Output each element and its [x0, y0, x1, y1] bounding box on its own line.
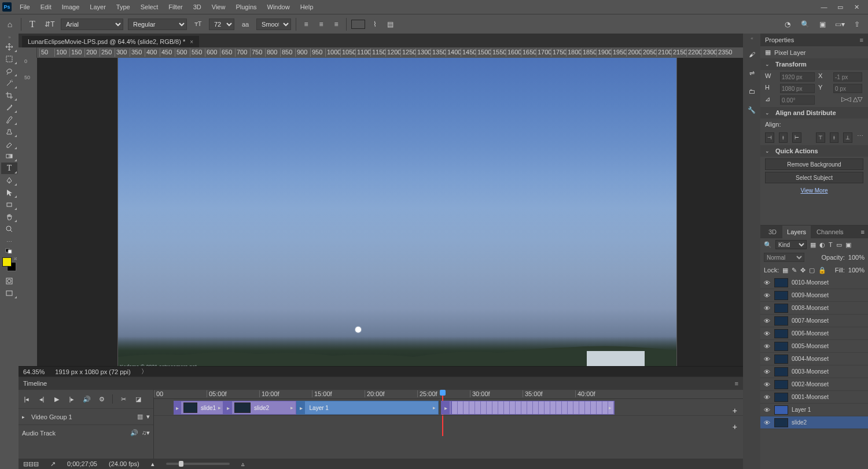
- timeline-menu-icon[interactable]: ≡: [735, 380, 738, 387]
- transform-y[interactable]: [833, 84, 862, 93]
- video-group-row[interactable]: ▸ Video Group 1 ▥▾: [19, 408, 153, 424]
- layer-item[interactable]: 👁0010-Moonset: [760, 276, 868, 289]
- workspace-icon[interactable]: ▭▾: [834, 19, 845, 29]
- layer-filter-select[interactable]: Kind: [775, 240, 807, 249]
- type-tool-icon[interactable]: T: [1, 163, 17, 174]
- transform-width[interactable]: [780, 72, 815, 82]
- default-colors-icon[interactable]: [1, 248, 17, 254]
- menu-view[interactable]: View: [207, 0, 230, 14]
- layers-menu-icon[interactable]: ≡: [861, 228, 868, 235]
- marquee-tool-icon[interactable]: [1, 53, 17, 65]
- timeline-ruler[interactable]: 0005:00f10:00f15:00f20:00f25:00f30:00f35…: [154, 390, 743, 399]
- layer-item[interactable]: 👁Layer 1: [760, 404, 868, 416]
- prev-frame-icon[interactable]: ◂|: [37, 394, 46, 404]
- layer-item[interactable]: 👁0002-Moonset: [760, 378, 868, 391]
- visibility-icon[interactable]: 👁: [763, 419, 771, 426]
- tab-layers[interactable]: Layers: [782, 226, 811, 238]
- align-right-icon[interactable]: ≡: [331, 19, 341, 29]
- warp-text-icon[interactable]: ⌇: [370, 19, 380, 29]
- visibility-icon[interactable]: 👁: [763, 343, 771, 350]
- visibility-icon[interactable]: 👁: [763, 292, 771, 299]
- split-icon[interactable]: ✂: [119, 394, 128, 404]
- cloud-docs-icon[interactable]: ◔: [782, 19, 793, 29]
- quick-actions-header[interactable]: Quick Actions: [775, 147, 818, 154]
- align-bottom-btn[interactable]: ⊥: [843, 132, 852, 143]
- audio-mute-icon[interactable]: 🔊: [130, 429, 138, 437]
- menu-filter[interactable]: Filter: [164, 0, 187, 14]
- align-left-btn[interactable]: ⊣: [765, 132, 774, 143]
- text-color-swatch[interactable]: [351, 20, 365, 29]
- audio-track[interactable]: [154, 415, 743, 431]
- pen-tool-icon[interactable]: [1, 175, 17, 186]
- lock-pos-icon[interactable]: ✥: [800, 267, 806, 274]
- stamp-tool-icon[interactable]: [1, 126, 17, 138]
- zoom-level[interactable]: 64.35%: [23, 368, 45, 375]
- menu-layer[interactable]: Layer: [85, 0, 111, 14]
- document-tab[interactable]: LunarEclipseMovie-LPS.psd @ 64.4% (slide…: [22, 36, 199, 47]
- layer-item[interactable]: 👁0005-Moonset: [760, 340, 868, 353]
- fg-bg-swatch[interactable]: ⤭: [1, 257, 17, 271]
- twisty-icon[interactable]: ▸: [22, 414, 28, 420]
- lock-paint-icon[interactable]: ✎: [792, 267, 797, 274]
- opacity-value[interactable]: 100%: [848, 254, 865, 261]
- tool-presets-icon[interactable]: 🔧: [746, 105, 757, 115]
- mute-icon[interactable]: 🔊: [82, 394, 91, 404]
- clip-slide2[interactable]: ▸slide2▸: [223, 401, 296, 415]
- screenmode-icon[interactable]: [1, 287, 17, 299]
- music-icon[interactable]: ♫▾: [142, 429, 150, 437]
- visibility-icon[interactable]: 👁: [763, 356, 771, 363]
- transform-header[interactable]: Transform: [775, 61, 807, 68]
- zoom-tool-icon[interactable]: [1, 223, 17, 235]
- move-tool-icon[interactable]: [1, 41, 17, 53]
- select-subject-button[interactable]: Select Subject: [765, 172, 863, 183]
- settings-icon[interactable]: ⚙: [97, 394, 106, 404]
- eyedropper-tool-icon[interactable]: [1, 102, 17, 113]
- font-style-select[interactable]: Regular: [128, 19, 187, 30]
- visibility-icon[interactable]: 👁: [763, 330, 771, 337]
- font-family-select[interactable]: Arial: [61, 19, 123, 30]
- align-header[interactable]: Align and Distribute: [775, 109, 836, 116]
- filter-shape-icon[interactable]: ▭: [836, 241, 842, 249]
- panel-grip[interactable]: »: [8, 35, 10, 40]
- goto-start-icon[interactable]: |◂: [22, 394, 31, 404]
- flip-v-icon[interactable]: △▽: [853, 95, 862, 105]
- tab-channels[interactable]: Channels: [812, 226, 848, 238]
- maximize-button[interactable]: ▭: [836, 3, 845, 11]
- align-right-btn[interactable]: ⊢: [792, 132, 801, 143]
- fill-value[interactable]: 100%: [848, 267, 865, 274]
- layer-item[interactable]: 👁0008-Moonset: [760, 302, 868, 315]
- edit-toolbar-icon[interactable]: ⋯: [1, 235, 17, 247]
- crop-tool-icon[interactable]: [1, 90, 17, 101]
- clip-Layer 1[interactable]: ▸ Layer 1▸: [296, 401, 439, 415]
- clip-slide1[interactable]: ▸slide1▸: [174, 401, 223, 415]
- layer-item[interactable]: 👁0001-Moonset: [760, 391, 868, 404]
- layer-item[interactable]: 👁slide2: [760, 416, 868, 429]
- gradient-tool-icon[interactable]: [1, 150, 17, 162]
- flip-h-icon[interactable]: ▷◁: [841, 95, 851, 105]
- hand-tool-icon[interactable]: [1, 211, 17, 223]
- quickmask-icon[interactable]: [1, 275, 17, 287]
- filter-smart-icon[interactable]: ▣: [845, 241, 851, 249]
- home-icon[interactable]: ⌂: [3, 18, 16, 31]
- visibility-icon[interactable]: 👁: [763, 407, 771, 413]
- film-icon[interactable]: ▥: [137, 413, 143, 420]
- text-orientation-icon[interactable]: ⇵T: [43, 18, 56, 31]
- search-icon[interactable]: 🔍: [800, 19, 810, 29]
- menu-edit[interactable]: Edit: [36, 0, 56, 14]
- lock-nest-icon[interactable]: ▢: [809, 267, 815, 274]
- rectangle-tool-icon[interactable]: [1, 199, 17, 211]
- arrange-icon[interactable]: ▣: [817, 19, 827, 29]
- transition-icon[interactable]: ◪: [134, 394, 143, 404]
- path-select-tool-icon[interactable]: [1, 187, 17, 198]
- wand-tool-icon[interactable]: [1, 77, 17, 89]
- visibility-icon[interactable]: 👁: [763, 305, 771, 312]
- brush-settings-icon[interactable]: 🖌: [746, 49, 757, 60]
- libraries-icon[interactable]: 🗀: [746, 86, 757, 97]
- tab-3d[interactable]: 3D: [764, 226, 781, 238]
- share-icon[interactable]: ⇪: [852, 19, 862, 29]
- align-top-btn[interactable]: ⊤: [816, 132, 825, 143]
- visibility-icon[interactable]: 👁: [763, 368, 771, 375]
- char-panel-icon[interactable]: ▤: [385, 19, 395, 29]
- align-center-icon[interactable]: ≡: [316, 19, 326, 29]
- search-icon[interactable]: 🔍: [764, 241, 772, 249]
